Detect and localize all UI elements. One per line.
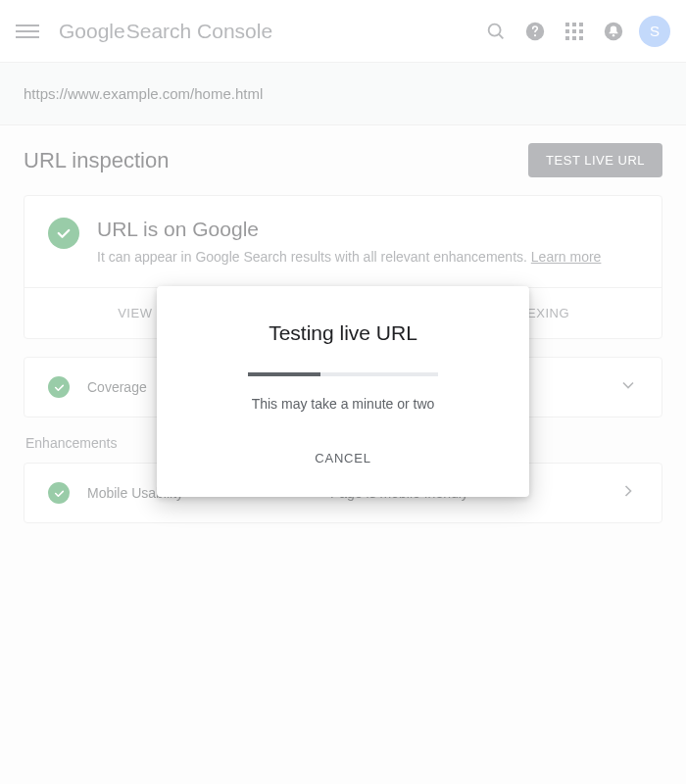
progress-bar [248, 372, 438, 376]
dialog-subtitle: This may take a minute or two [188, 396, 498, 412]
modal-overlay: Testing live URL This may take a minute … [0, 0, 686, 784]
testing-dialog: Testing live URL This may take a minute … [157, 286, 529, 497]
cancel-button[interactable]: Cancel [303, 443, 383, 473]
dialog-title: Testing live URL [188, 321, 498, 345]
